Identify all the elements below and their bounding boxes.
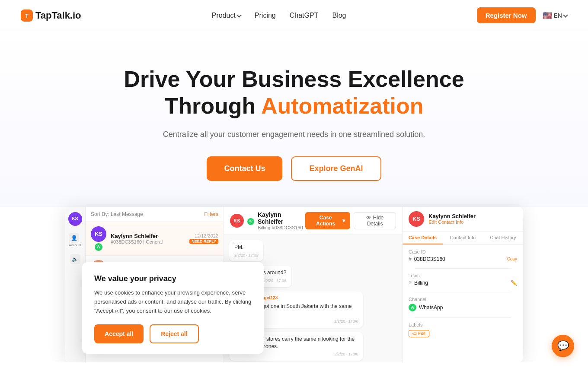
copy-button[interactable]: Copy xyxy=(507,257,517,261)
chat-fab-button[interactable]: 💬 xyxy=(552,335,574,357)
case-user-avatar: KS xyxy=(409,211,424,227)
nav-links: Product Pricing ChatGPT Blog xyxy=(212,12,346,19)
sort-label: Sort By: Last Message xyxy=(91,211,143,217)
volume-icon: 🔈 xyxy=(70,254,80,264)
navbar: T TapTalk.io Product Pricing ChatGPT Blo… xyxy=(0,0,588,31)
case-actions-button[interactable]: Case Actions ▾ xyxy=(305,212,351,229)
tab-chat-history[interactable]: Chat History xyxy=(483,231,523,244)
cookie-title: We value your privacy xyxy=(94,274,252,283)
chevron-down-icon xyxy=(236,13,241,17)
whatsapp-badge-icon: W xyxy=(95,243,102,251)
nav-product[interactable]: Product xyxy=(212,12,241,19)
account-icon: 👤 xyxy=(69,233,79,243)
case-id-value: 038DC3S160 xyxy=(414,256,445,262)
chat-user-info: KS W Kaylynn Schleifer Billing #038DC3S1… xyxy=(230,211,305,230)
need-reply-badge: NEED REPLY xyxy=(189,239,218,244)
nav-chatgpt[interactable]: ChatGPT xyxy=(290,12,319,19)
chevron-down-icon xyxy=(563,13,568,17)
case-user-name: Kaylynn Schleifer xyxy=(428,213,476,219)
hide-details-button[interactable]: 👁 Hide Details xyxy=(354,212,396,229)
chat-icon: 💬 xyxy=(557,340,569,352)
topic-field: Topic ≡ Billing ✏️ xyxy=(409,273,517,286)
chat-avatar: KS W xyxy=(91,226,106,251)
chat-sub: #038DC3S160 | General xyxy=(111,239,185,244)
topic-value: Billing xyxy=(414,280,428,286)
chat-item-info: Kaylynn Schleifer #038DC3S160 | General xyxy=(111,233,185,244)
chevron-icon: ▾ xyxy=(342,218,345,224)
whatsapp-channel-icon: W xyxy=(409,304,416,311)
reject-all-button[interactable]: Reject all xyxy=(150,324,198,343)
case-details-tabs: Case Details Contact Info Chat History xyxy=(403,231,523,245)
explore-genai-button[interactable]: Explore GenAI xyxy=(291,156,381,181)
tab-contact-info[interactable]: Contact Info xyxy=(443,231,483,244)
chat-avatar-circle: KS xyxy=(91,226,106,242)
chat-header: KS W Kaylynn Schleifer Billing #038DC3S1… xyxy=(224,207,402,235)
svg-text:T: T xyxy=(25,13,29,19)
nav-pricing[interactable]: Pricing xyxy=(255,12,276,19)
case-details-header: KS Kaylynn Schleifer Edit Contact Info xyxy=(403,207,523,231)
divider xyxy=(415,317,511,318)
register-button[interactable]: Register Now xyxy=(477,7,536,23)
chat-user-name: Kaylynn Schleifer xyxy=(258,211,305,225)
nav-right: Register Now 🇺🇸 EN xyxy=(477,7,567,23)
edit-topic-icon[interactable]: ✏️ xyxy=(511,280,517,286)
labels-field: Labels 🏷 Edit xyxy=(409,322,517,337)
logo-icon: T xyxy=(21,10,33,22)
brand-name: TapTalk.io xyxy=(35,10,81,21)
divider xyxy=(415,292,511,292)
channel-value: W WhatsApp xyxy=(409,304,517,311)
tab-case-details[interactable]: Case Details xyxy=(403,231,443,244)
chat-name: Kaylynn Schleifer xyxy=(111,233,185,239)
language-selector[interactable]: 🇺🇸 EN xyxy=(543,11,567,20)
cookie-buttons: Accept all Reject all xyxy=(94,324,252,343)
filters-label: Filters xyxy=(204,211,218,217)
chat-meta: 12/12/2022 NEED REPLY xyxy=(189,233,218,244)
chat-list-header: Sort By: Last Message Filters xyxy=(86,207,224,222)
nav-blog[interactable]: Blog xyxy=(332,12,346,19)
chat-actions: Case Actions ▾ 👁 Hide Details xyxy=(305,212,396,229)
chat-billing-id: Billing #038DC3S160 xyxy=(258,225,305,230)
divider xyxy=(415,268,511,269)
logo[interactable]: T TapTalk.io xyxy=(21,10,81,22)
flag-icon: 🇺🇸 xyxy=(543,11,552,20)
hero-section: Drive Your Business Excellence Through A… xyxy=(0,31,588,207)
cookie-text: We use cookies to enhance your browsing … xyxy=(94,289,252,315)
chat-item[interactable]: KS W Kaylynn Schleifer #038DC3S160 | Gen… xyxy=(86,222,224,256)
case-details-panel: KS Kaylynn Schleifer Edit Contact Info C… xyxy=(402,207,523,362)
edit-contact-link[interactable]: Edit Contact Info xyxy=(428,219,476,225)
case-id-field: Case ID # 038DC3S160 Copy xyxy=(409,249,517,262)
hero-buttons: Contact Us Explore GenAI xyxy=(9,156,579,181)
chat-user-wa-icon: W xyxy=(247,216,254,225)
contact-us-button[interactable]: Contact Us xyxy=(207,156,282,181)
message-bubble-1: PM. 2/2/20 · 17:06 xyxy=(229,240,263,261)
channel-field: Channel W WhatsApp xyxy=(409,297,517,311)
cookie-banner: We value your privacy We use cookies to … xyxy=(82,262,264,353)
tag-icon: 🏷 xyxy=(412,331,417,336)
eye-icon: 👁 xyxy=(366,215,371,221)
hero-subtitle: Centralize all your customer engagement … xyxy=(9,130,579,139)
account-avatar: KS xyxy=(68,212,82,226)
edit-labels-button[interactable]: 🏷 Edit xyxy=(409,330,429,337)
topic-icon: ≡ xyxy=(409,280,412,286)
whatsapp-icon: W xyxy=(247,218,254,225)
chat-user-avatar: KS xyxy=(230,214,244,228)
accept-all-button[interactable]: Accept all xyxy=(94,324,144,343)
case-details-content: Case ID # 038DC3S160 Copy Topic ≡ Billin… xyxy=(403,245,523,348)
hero-title: Drive Your Business Excellence Through A… xyxy=(9,66,579,120)
